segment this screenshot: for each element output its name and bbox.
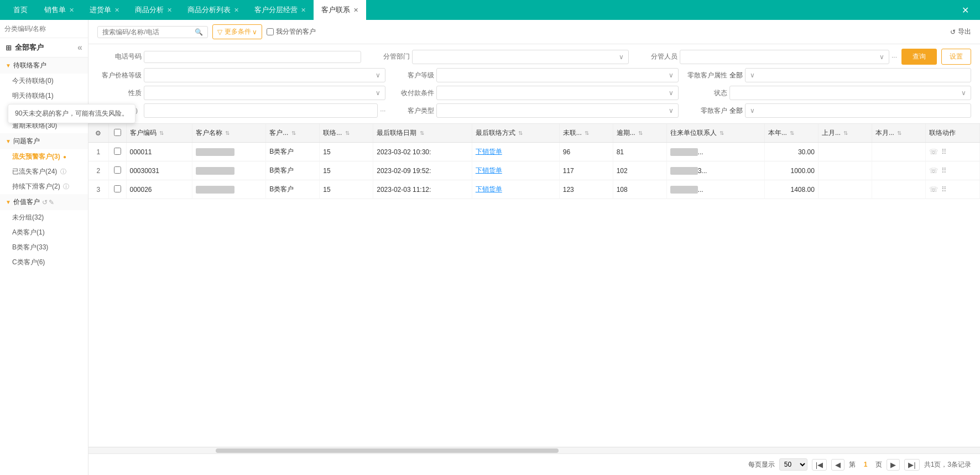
current-page: 1 <box>860 461 871 468</box>
field-customer-level-label: 客户等级 <box>390 71 434 80</box>
sidebar-all-customers[interactable]: ⊞ 全部客户 « <box>0 38 88 58</box>
sidebar-group-problem-header[interactable]: ▼ 问题客户 <box>0 133 88 149</box>
tab-customer-contact-close[interactable]: ✕ <box>353 7 358 14</box>
sidebar-item-today[interactable]: 今天待联络(0) <box>0 74 88 88</box>
col-settings-header[interactable]: ⚙ <box>88 124 108 143</box>
sort-icon-year: ⇅ <box>790 130 794 136</box>
tab-home[interactable]: 首页 <box>4 0 37 20</box>
col-type-header[interactable]: 客户... ⇅ <box>266 124 320 143</box>
tab-goods-analysis-list[interactable]: 商品分析列表 ✕ <box>180 0 247 20</box>
export-button[interactable]: ↺ 导出 <box>950 27 971 36</box>
field-customer-type-select[interactable]: ∨ <box>436 103 678 118</box>
field-payment-select[interactable]: ∨ <box>436 86 678 100</box>
col-unlasted-header[interactable]: 未联... ⇅ <box>559 124 613 143</box>
field-nature-select[interactable]: ∨ <box>144 86 385 100</box>
search-submit-icon[interactable]: 🔍 <box>195 28 203 36</box>
field-phone-input[interactable] <box>144 51 361 63</box>
tab-goods-analysis-list-close[interactable]: ✕ <box>234 7 239 14</box>
sidebar-group-value-header[interactable]: ▼ 价值客户 ↺ ✎ <box>0 194 88 210</box>
action-more-icon-0[interactable]: ⠿ <box>941 148 947 156</box>
sidebar-item-c-class[interactable]: C类客户(6) <box>0 255 88 270</box>
row-checkbox-2[interactable] <box>108 180 126 199</box>
field-price-level-select[interactable]: ∨ <box>144 68 385 82</box>
sidebar-item-ungrouped[interactable]: 未分组(32) <box>0 210 88 225</box>
field-status: 状态 ∨ <box>683 86 971 100</box>
col-this-month-header[interactable]: 本月... ⇅ <box>872 124 925 143</box>
tab-goods-analysis[interactable]: 商品分析 ✕ <box>127 0 180 20</box>
per-page-select[interactable]: 50 100 <box>779 458 807 471</box>
field-status-select[interactable]: ∨ <box>729 86 971 100</box>
sidebar-search-input[interactable] <box>4 25 87 33</box>
tab-goods-analysis-close[interactable]: ✕ <box>167 7 172 14</box>
col-checkbox-header[interactable] <box>108 124 126 143</box>
col-code-header[interactable]: 客户编码 ⇅ <box>126 124 192 143</box>
row-last-way-1[interactable]: 下销货单 <box>472 161 559 180</box>
my-customers-label: 我分管的客户 <box>276 27 316 36</box>
sidebar-item-b-class[interactable]: B类客户(33) <box>0 240 88 255</box>
tab-purchase-label: 进货单 <box>90 5 111 15</box>
my-customers-checkbox[interactable] <box>267 28 274 35</box>
col-overdue-header[interactable]: 逾期... ⇅ <box>613 124 666 143</box>
action-contact-icon-0[interactable]: ☏ <box>929 148 938 156</box>
col-contact-person-header[interactable]: 往来单位联系人 ⇅ <box>666 124 764 143</box>
table-container: ⚙ 客户编码 ⇅ 客户名称 ⇅ <box>88 124 980 447</box>
row-last-way-2[interactable]: 下销货单 <box>472 180 559 199</box>
manager-dots[interactable]: ··· <box>892 53 897 61</box>
sidebar-item-tomorrow[interactable]: 明天待联络(1) <box>0 88 88 103</box>
last-page-button[interactable]: ▶| <box>904 459 919 471</box>
field-dept-select[interactable]: ∨ <box>412 50 629 64</box>
tab-customer-contact[interactable]: 客户联系 ✕ <box>314 0 366 20</box>
col-year-header[interactable]: 本年... ⇅ <box>764 124 818 143</box>
field-customer-level-select[interactable]: ∨ <box>436 68 678 82</box>
edit-icon-value[interactable]: ✎ <box>49 199 54 206</box>
sidebar-item-churn-warning[interactable]: 流失预警客户(3) ● <box>0 149 88 164</box>
sort-icon-unlasted: ⇅ <box>585 130 589 136</box>
field-manager-select[interactable]: ∨ <box>680 50 889 64</box>
sidebar-item-a-class[interactable]: A类客户(1) <box>0 225 88 240</box>
tab-customer-tier[interactable]: 客户分层经营 ✕ <box>247 0 314 20</box>
tab-customer-tier-close[interactable]: ✕ <box>301 7 306 14</box>
customer-level-arrow: ∨ <box>669 71 674 79</box>
field-retail-customer-label: 零散客户 <box>683 106 727 116</box>
query-button[interactable]: 查询 <box>901 49 937 65</box>
field-retail-customer-select[interactable]: ∨ <box>745 103 971 118</box>
action-contact-icon-1[interactable]: ☏ <box>929 166 938 175</box>
row-last-date-2: 2023-02-03 11:12: <box>373 180 472 199</box>
field-retail-attr-select[interactable]: ∨ <box>745 68 971 82</box>
sidebar-collapse-icon[interactable]: « <box>77 43 82 53</box>
row-last-way-0[interactable]: 下销货单 <box>472 143 559 161</box>
col-last-way-header[interactable]: 最后联络方式 ⇅ <box>472 124 559 143</box>
action-more-icon-1[interactable]: ⠿ <box>941 166 947 175</box>
field-region-select[interactable] <box>144 103 378 118</box>
tab-purchase[interactable]: 进货单 ✕ <box>82 0 127 20</box>
col-name-header[interactable]: 客户名称 ⇅ <box>192 124 265 143</box>
first-page-button[interactable]: |◀ <box>812 459 827 471</box>
action-more-icon-2[interactable]: ⠿ <box>941 185 947 194</box>
next-page-button[interactable]: ▶ <box>887 459 900 471</box>
action-contact-icon-2[interactable]: ☏ <box>929 185 938 194</box>
window-close-button[interactable]: ✕ <box>955 5 976 15</box>
horizontal-scrollbar-thumb[interactable] <box>216 448 559 453</box>
region-dots[interactable]: ··· <box>380 107 385 114</box>
col-last-month-header[interactable]: 上月... ⇅ <box>818 124 872 143</box>
prev-page-button[interactable]: ◀ <box>831 459 845 471</box>
table-row: 2 00030031 B类客户 15 2023-02-09 19:52: 下销货… <box>88 161 980 180</box>
search-input[interactable] <box>102 28 192 36</box>
select-all-checkbox[interactable] <box>114 129 121 136</box>
tab-sales[interactable]: 销售单 ✕ <box>37 0 82 20</box>
tab-purchase-close[interactable]: ✕ <box>114 7 119 14</box>
row-this-month-0 <box>872 143 925 161</box>
row-checkbox-1[interactable] <box>108 161 126 180</box>
col-contact-header[interactable]: 联络... ⇅ <box>320 124 373 143</box>
settings-button[interactable]: 设置 <box>941 49 971 65</box>
refresh-icon-value[interactable]: ↺ <box>42 199 48 206</box>
col-settings-icon[interactable]: ⚙ <box>95 129 101 137</box>
sidebar-item-already-churn[interactable]: 已流失客户(24) ⓘ <box>0 164 88 179</box>
more-conditions-button[interactable]: ▽ 更多条件 ∨ <box>212 24 262 39</box>
sidebar-item-declining[interactable]: 持续下滑客户(2) ⓘ <box>0 179 88 194</box>
row-checkbox-0[interactable] <box>108 143 126 161</box>
tab-sales-close[interactable]: ✕ <box>69 7 74 14</box>
horizontal-scrollbar[interactable] <box>88 447 980 453</box>
sidebar-group-pending-header[interactable]: ▼ 待联络客户 <box>0 58 88 74</box>
col-last-date-header[interactable]: 最后联络日期 ⇅ <box>373 124 472 143</box>
